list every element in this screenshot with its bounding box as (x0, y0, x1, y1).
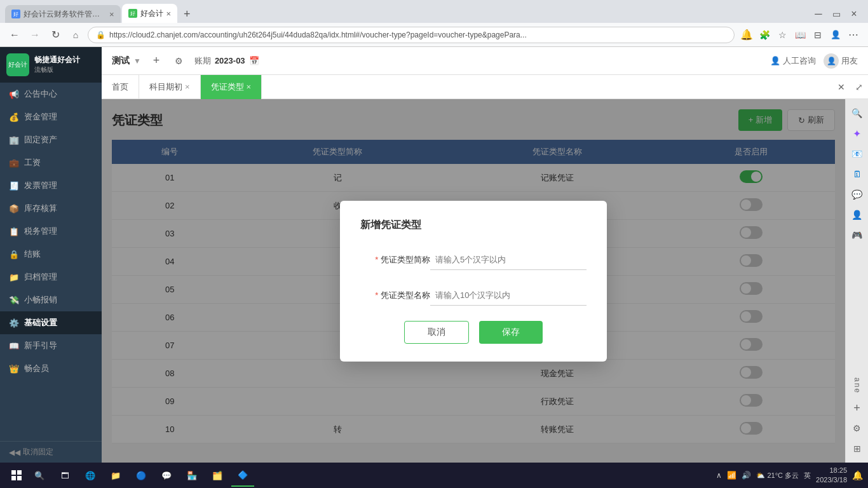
sidebar-item-payroll[interactable]: 💼 工资 (0, 151, 102, 174)
modal-dialog: 新增凭证类型 * 凭证类型简称 * 凭证类型名称 (340, 201, 607, 362)
tab-maximize-button[interactable]: ⤢ (850, 78, 868, 96)
sidebar-item-inventory[interactable]: 📦 库存核算 (0, 197, 102, 220)
taskbar-files[interactable]: 🗂️ (206, 464, 229, 487)
company-name: 测试 (112, 55, 130, 67)
expense-icon: 💸 (9, 295, 19, 305)
subjects-tab-close[interactable]: × (185, 82, 190, 92)
voucher-types-tab-close[interactable]: × (247, 82, 252, 92)
browser-tab-active[interactable]: 好 好会计 × (122, 4, 178, 23)
sidebar-item-membership[interactable]: 👑 畅会员 (0, 357, 102, 380)
right-gear-btn[interactable]: ⚙ (848, 419, 866, 437)
sidebar-item-fixed-assets[interactable]: 🏢 固定资产 (0, 128, 102, 151)
sidebar-label-closing: 结账 (24, 248, 41, 260)
taskbar-date: 2023/3/18 (816, 475, 847, 485)
taskbar-clock[interactable]: 18:25 2023/3/18 (816, 466, 847, 485)
right-add-btn[interactable]: + (848, 399, 866, 417)
modal-overlay: 新增凭证类型 * 凭证类型简称 * 凭证类型名称 (102, 99, 845, 463)
taskbar-time: 18:25 (816, 466, 847, 475)
short-name-input[interactable] (430, 250, 587, 270)
nav-forward[interactable]: → (27, 27, 43, 43)
full-name-input[interactable] (430, 285, 587, 306)
sidebar-label-inventory: 库存核算 (24, 203, 57, 214)
tab-close-1[interactable]: × (109, 10, 114, 19)
sidebar-item-archive[interactable]: 📁 归档管理 (0, 266, 102, 288)
tab-home[interactable]: 首页 (102, 75, 139, 99)
start-button[interactable] (5, 464, 28, 487)
settings-btn[interactable]: ⚙ (172, 53, 187, 69)
taskbar-chrome[interactable]: 🔵 (130, 464, 153, 487)
save-button[interactable]: 保存 (479, 321, 543, 344)
close-button[interactable]: × (845, 5, 863, 23)
taskbar-notifications[interactable]: 🔔 (852, 470, 863, 480)
taskbar-browser2[interactable]: 🔷 (231, 464, 254, 487)
cancel-button[interactable]: 取消 (404, 321, 469, 344)
sidebar: 好会计 畅捷通好会计 流畅版 📢 公告中心 💰 资金管理 🏢 固定资产 💼 工资 (0, 47, 102, 463)
nav-home[interactable]: ⌂ (67, 27, 84, 43)
nav-back[interactable]: ← (6, 27, 23, 43)
right-games-btn[interactable]: 🎮 (848, 226, 866, 244)
profile-icon[interactable]: 🔔 (738, 27, 755, 43)
user-button[interactable]: 👤 用友 (824, 53, 858, 69)
new-tab-button[interactable]: + (177, 5, 196, 23)
tab-close-2[interactable]: × (166, 9, 172, 18)
calendar-icon[interactable]: 📅 (249, 56, 259, 65)
fixed-assets-icon: 🏢 (9, 135, 19, 145)
extensions-icon[interactable]: 🧩 (756, 27, 773, 43)
browser-profile[interactable]: 👤 (827, 27, 844, 43)
tab-label-1: 好会计云财务软件管理系统_会计 (24, 9, 106, 20)
right-user-btn[interactable]: 👤 (848, 206, 866, 224)
browser-tools-group: 🔔 🧩 ☆ 📖 ⊟ 👤 ⋯ (738, 27, 862, 43)
taskbar-sound[interactable]: 🔊 (742, 471, 751, 480)
taskbar-search[interactable]: 🔍 (28, 464, 51, 487)
tab-subjects[interactable]: 科目期初 × (139, 75, 201, 99)
browser-menu[interactable]: ⋯ (845, 27, 862, 43)
taskbar-up-arrow[interactable]: ∧ (716, 471, 722, 480)
sidebar-item-closing[interactable]: 🔒 结账 (0, 243, 102, 266)
taskbar-task-view[interactable]: 🗔 (53, 464, 76, 487)
right-teams-btn[interactable]: 💬 (848, 186, 866, 203)
sidebar-item-tax[interactable]: 📋 税务管理 (0, 220, 102, 243)
right-search-btn[interactable]: 🔍 (848, 104, 866, 122)
browser-tab-inactive[interactable]: 好 好会计云财务软件管理系统_会计 × (5, 5, 121, 23)
taskbar-store[interactable]: 🏪 (180, 464, 203, 487)
consult-label: 人工咨询 (783, 55, 816, 67)
right-mail-btn[interactable]: 📧 (848, 145, 866, 163)
sidebar-item-expense[interactable]: 💸 小畅报销 (0, 288, 102, 311)
minimize-button[interactable]: ─ (810, 5, 827, 23)
modal-title: 新增凭证类型 (360, 219, 587, 232)
restore-button[interactable]: ▭ (827, 5, 845, 23)
taskbar-edge[interactable]: 🌐 (79, 464, 102, 487)
taskbar-explorer[interactable]: 📁 (104, 464, 127, 487)
tab-voucher-types[interactable]: 凭证类型 × (201, 75, 262, 99)
nav-refresh[interactable]: ↻ (47, 27, 64, 43)
right-outlook-btn[interactable]: 🗓 (848, 165, 866, 183)
archive-icon: 📁 (9, 273, 19, 282)
taskbar: 🔍 🗔 🌐 📁 🔵 💬 🏪 🗂️ 🔷 ∧ 📶 🔊 ⛅ 21°C 多云 英 18:… (0, 463, 868, 488)
read-icon[interactable]: 📖 (792, 27, 808, 43)
tab-minimize-button[interactable]: ✕ (832, 78, 850, 96)
consult-button[interactable]: 👤 人工咨询 (770, 55, 816, 67)
sidebar-item-invoices[interactable]: 🧾 发票管理 (0, 174, 102, 197)
sidebar-label-expense: 小畅报销 (24, 294, 57, 306)
full-name-row: * 凭证类型名称 (360, 285, 587, 306)
favorites-icon[interactable]: ☆ (774, 27, 790, 43)
sidebar-item-settings[interactable]: ⚙️ 基础设置 (0, 311, 102, 334)
add-company-button[interactable]: + (149, 53, 164, 69)
company-selector[interactable]: 测试 ▼ (112, 55, 141, 67)
unpin-button[interactable]: ◀◀ 取消固定 (0, 441, 102, 463)
sidebar-item-guide[interactable]: 📖 新手引导 (0, 334, 102, 357)
address-input[interactable]: 🔒 https://cloud2.chanjet.com/accounting/… (88, 27, 735, 43)
sidebar-label-funds: 资金管理 (24, 111, 57, 123)
short-name-label: * 凭证类型简称 (360, 254, 430, 266)
payroll-icon: 💼 (9, 158, 19, 168)
taskbar-network[interactable]: 📶 (727, 471, 736, 480)
split-icon[interactable]: ⊟ (810, 27, 826, 43)
taskbar-wechat[interactable]: 💬 (155, 464, 178, 487)
tax-icon: 📋 (9, 227, 19, 236)
right-ai-btn[interactable]: ✦ (848, 125, 866, 142)
sidebar-item-funds[interactable]: 💰 资金管理 (0, 105, 102, 128)
membership-icon: 👑 (9, 364, 19, 374)
sidebar-item-announcements[interactable]: 📢 公告中心 (0, 83, 102, 105)
right-grid-btn[interactable]: ⊞ (848, 440, 866, 458)
taskbar-ime[interactable]: 英 (804, 471, 811, 480)
